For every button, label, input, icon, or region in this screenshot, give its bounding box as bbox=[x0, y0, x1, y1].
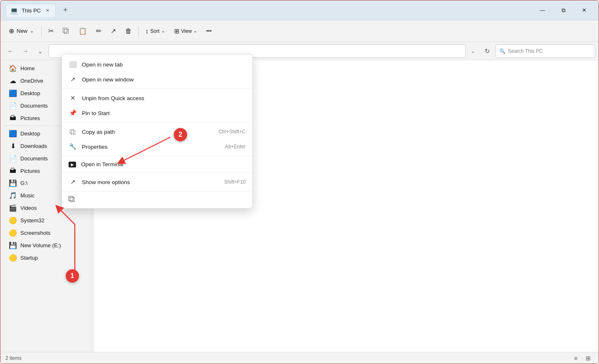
window: 💻 This PC ✕ + — ⧉ ✕ ⊕ New ⌄ ✂ ⿻ 📋 bbox=[0, 0, 599, 364]
ctx-unpin[interactable]: ✕ Unpin from Quick access bbox=[62, 91, 252, 106]
ctx-properties-shortcut: Alt+Enter bbox=[225, 144, 246, 150]
ctx-copy-path[interactable]: ⿻ Copy as path Ctrl+Shift+C bbox=[62, 124, 252, 139]
ctx-open-new-tab[interactable]: ⬜ Open in new tab bbox=[62, 57, 252, 72]
pin-start-icon: 📌 bbox=[69, 109, 77, 117]
context-menu: ⬜ Open in new tab ↗ Open in new window ✕… bbox=[62, 54, 253, 209]
ctx-properties-label: Properties bbox=[82, 144, 220, 150]
ctx-copy-path-label: Copy as path bbox=[82, 129, 214, 135]
annotation-circle-2: 2 bbox=[174, 128, 187, 141]
ctx-separator-1 bbox=[62, 89, 252, 89]
ctx-unpin-label: Unpin from Quick access bbox=[82, 95, 246, 101]
ctx-separator-2 bbox=[62, 122, 252, 123]
annotation-circle-1: 1 bbox=[66, 269, 79, 283]
open-terminal-icon: ▶ bbox=[69, 162, 76, 167]
open-new-tab-icon: ⬜ bbox=[69, 60, 77, 69]
ctx-separator-4 bbox=[62, 172, 252, 173]
ctx-pin-start[interactable]: 📌 Pin to Start bbox=[62, 106, 252, 121]
ctx-open-terminal-label: Open in Terminal bbox=[81, 161, 246, 167]
ctx-separator-5 bbox=[62, 191, 252, 192]
ctx-open-terminal[interactable]: ▶ Open in Terminal bbox=[62, 158, 252, 171]
ctx-properties[interactable]: 🔧 Properties Alt+Enter bbox=[62, 139, 252, 154]
ctx-open-new-tab-label: Open in new tab bbox=[82, 61, 246, 68]
ctx-show-more[interactable]: ↗ Show more options Shift+F10 bbox=[62, 175, 252, 189]
ctx-pin-start-label: Pin to Start bbox=[82, 110, 246, 116]
ctx-bottom-copy[interactable]: ⿻ bbox=[62, 193, 252, 206]
context-menu-overlay: ⬜ Open in new tab ↗ Open in new window ✕… bbox=[0, 0, 599, 364]
ctx-copy-path-shortcut: Ctrl+Shift+C bbox=[219, 129, 246, 135]
ctx-open-new-window[interactable]: ↗ Open in new window bbox=[62, 72, 252, 87]
show-more-icon: ↗ bbox=[69, 178, 77, 186]
ctx-show-more-label: Show more options bbox=[82, 179, 219, 185]
ctx-show-more-shortcut: Shift+F10 bbox=[224, 179, 246, 185]
open-new-window-icon: ↗ bbox=[69, 75, 77, 84]
ctx-open-new-window-label: Open in new window bbox=[82, 76, 246, 83]
ctx-separator-3 bbox=[62, 156, 252, 156]
properties-icon: 🔧 bbox=[69, 143, 77, 151]
bottom-copy-icon: ⿻ bbox=[69, 196, 75, 203]
copy-path-icon: ⿻ bbox=[69, 128, 77, 136]
unpin-icon: ✕ bbox=[69, 94, 77, 102]
